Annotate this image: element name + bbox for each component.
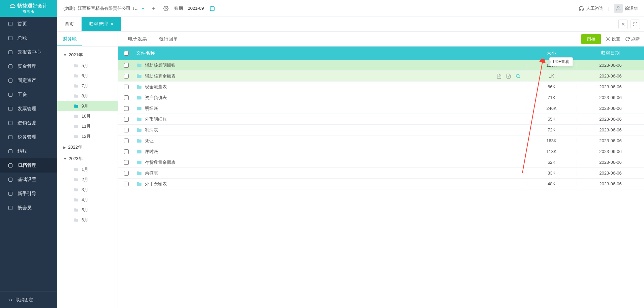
tree-month-2-1[interactable]: 2月 — [57, 175, 118, 185]
tree-month-2-5[interactable]: 6月 — [57, 215, 118, 225]
sidebar-item-1[interactable]: 总账 — [0, 31, 57, 45]
table-row[interactable]: 利润表 72K 2023-06-06 — [118, 125, 644, 135]
tree-month-0-2[interactable]: 7月 — [57, 81, 118, 91]
work-area: 财务账 ▼ 2021年 5月 6月 7月 8月 9月 10月 11月 12月▶ … — [57, 32, 644, 308]
table-row[interactable]: 明细账 246K 2023-06-06 — [118, 103, 644, 114]
row-checkbox[interactable] — [124, 95, 129, 100]
sidebar-icon-6 — [7, 106, 13, 112]
sidebar-item-9[interactable]: 结账 — [0, 144, 57, 158]
row-date: 2023-06-06 — [577, 95, 644, 100]
tab-archive[interactable]: 归档管理 — [82, 17, 121, 31]
tree-month-0-4[interactable]: 9月 — [57, 101, 118, 111]
row-checkbox[interactable] — [124, 106, 129, 111]
sidebar-item-7[interactable]: 进销台账 — [0, 116, 57, 130]
tree-month-label: 12月 — [82, 133, 91, 140]
tree-month-0-0[interactable]: 5月 — [57, 61, 118, 71]
folder-icon — [73, 167, 79, 172]
row-name: 辅助核算余额表 — [145, 73, 493, 79]
table-row[interactable]: 余额表 83K 2023-06-06 — [118, 168, 644, 179]
tree-month-0-3[interactable]: 8月 — [57, 91, 118, 101]
add-button[interactable] — [150, 5, 157, 12]
sidebar-item-11[interactable]: 基础设置 — [0, 173, 57, 187]
sidebar-item-6[interactable]: 发票管理 — [0, 102, 57, 116]
tree-month-0-7[interactable]: 12月 — [57, 131, 118, 142]
pdf-view-button[interactable] — [515, 73, 521, 80]
sidebar-item-label: 总账 — [18, 35, 27, 41]
row-checkbox[interactable] — [124, 85, 129, 89]
unpin-button[interactable]: 取消固定 — [0, 291, 57, 308]
close-all-button[interactable] — [618, 20, 628, 29]
content-tab-einvoice[interactable]: 电子发票 — [122, 32, 153, 47]
table-row[interactable]: 存货数量余额表 62K 2023-06-06 — [118, 157, 644, 168]
sidebar-item-12[interactable]: 新手引导 — [0, 187, 57, 201]
sidebar-item-2[interactable]: 云报表中心 — [0, 45, 57, 59]
tree-year-1[interactable]: ▶ 2022年 — [57, 142, 118, 153]
sidebar-item-10[interactable]: 归档管理 — [0, 158, 57, 173]
sidebar-item-3[interactable]: 资金管理 — [0, 59, 57, 73]
tree-year-0[interactable]: ▼ 2021年 — [57, 49, 118, 61]
support-link[interactable]: 人工咨询 — [579, 5, 604, 11]
user-menu[interactable]: 徐泽华 — [614, 4, 638, 13]
row-checkbox[interactable] — [124, 128, 129, 132]
fullscreen-button[interactable] — [631, 20, 640, 29]
tree-month-0-5[interactable]: 10月 — [57, 111, 118, 121]
row-checkbox[interactable] — [124, 182, 129, 186]
folder-icon — [136, 106, 142, 111]
sidebar-icon-9 — [7, 148, 13, 154]
row-checkbox[interactable] — [124, 149, 129, 154]
support-label: 人工咨询 — [586, 5, 604, 11]
select-all-checkbox[interactable] — [124, 51, 129, 56]
row-checkbox[interactable] — [124, 74, 129, 79]
table-row[interactable]: 外币明细账 55K 2023-06-06 — [118, 114, 644, 125]
svg-line-28 — [519, 77, 520, 78]
table-row[interactable]: 现金流量表 66K 2023-06-06 — [118, 82, 644, 92]
sidebar-item-5[interactable]: 工资 — [0, 88, 57, 102]
sidebar-icon-11 — [7, 177, 13, 183]
user-icon — [616, 6, 621, 11]
sub-tab-finance[interactable]: 财务账 — [57, 33, 82, 46]
company-selector[interactable]: (勿删）江西服宝精品有限责任公司（... — [63, 5, 145, 11]
row-size: 163K — [526, 138, 577, 143]
row-checkbox[interactable] — [124, 138, 129, 143]
content-tab-bank[interactable]: 银行回单 — [153, 32, 184, 47]
row-checkbox[interactable] — [124, 117, 129, 122]
tree-year-2[interactable]: ▼ 2023年 — [57, 153, 118, 164]
folder-icon — [136, 127, 142, 133]
table-row[interactable]: 凭证 163K 2023-06-06 — [118, 135, 644, 146]
tree-month-2-4[interactable]: 5月 — [57, 205, 118, 215]
sidebar-item-8[interactable]: 税务管理 — [0, 130, 57, 144]
download-pdf-button[interactable] — [505, 73, 512, 80]
download-xml-button[interactable] — [496, 73, 502, 80]
folder-icon — [73, 73, 79, 78]
table-row[interactable]: 序时账 113K 2023-06-06 — [118, 146, 644, 157]
folder-icon — [73, 197, 79, 202]
archive-button[interactable]: 归档 — [581, 34, 601, 44]
tree-month-2-3[interactable]: 4月 — [57, 195, 118, 205]
close-tab-icon[interactable] — [110, 22, 114, 27]
caret-icon: ▶ — [63, 146, 66, 149]
settings-top-button[interactable] — [162, 5, 170, 12]
row-checkbox[interactable] — [124, 160, 129, 165]
tree-month-0-6[interactable]: 11月 — [57, 121, 118, 131]
row-date: 2023-06-06 — [577, 160, 644, 165]
row-checkbox[interactable] — [124, 171, 129, 176]
table-row[interactable]: 外币余额表 48K 2023-06-06 — [118, 179, 644, 189]
row-checkbox[interactable] — [124, 63, 129, 68]
tree-year-label: 2021年 — [69, 52, 83, 58]
sidebar-item-0[interactable]: 首页 — [0, 17, 57, 31]
settings-button[interactable]: 设置 — [606, 36, 620, 42]
table-row[interactable]: 辅助核算余额表 1K 2023-06-06 — [118, 71, 644, 82]
tree-month-0-1[interactable]: 6月 — [57, 71, 118, 81]
tab-home[interactable]: 首页 — [57, 17, 82, 31]
tab-archive-label: 归档管理 — [89, 21, 108, 27]
sub-tabs: 财务账 — [57, 32, 118, 47]
row-date: 2023-06-06 — [577, 181, 644, 186]
tree-month-2-2[interactable]: 3月 — [57, 185, 118, 195]
tree-month-2-0[interactable]: 1月 — [57, 164, 118, 175]
refresh-button[interactable]: 刷新 — [625, 36, 640, 42]
sidebar-item-13[interactable]: 畅会员 — [0, 201, 57, 215]
calendar-button[interactable] — [209, 5, 216, 12]
row-date: 2023-06-06 — [577, 73, 644, 79]
table-row[interactable]: 资产负债表 71K 2023-06-06 — [118, 92, 644, 103]
sidebar-item-4[interactable]: 固定资产 — [0, 73, 57, 88]
